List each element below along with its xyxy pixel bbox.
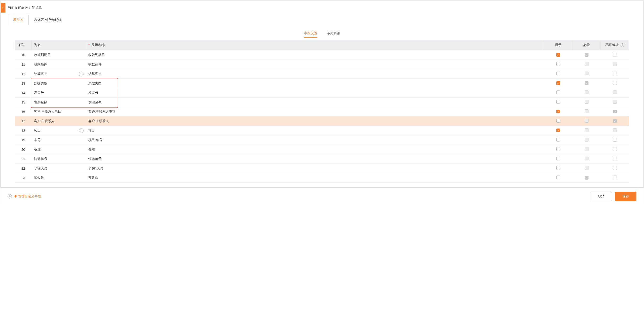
- table-row: 20备注备注: [15, 145, 629, 154]
- manage-custom-fields-link[interactable]: 管理自定义字段: [14, 194, 41, 198]
- row-display-name[interactable]: 项目.车号: [86, 135, 544, 145]
- row-index: 13: [15, 79, 32, 88]
- checkbox-show[interactable]: [556, 138, 560, 142]
- fields-table: 序号 列名 * 显示名称 显示 必录 不可编辑 ?: [15, 40, 629, 183]
- checkbox-locked[interactable]: [613, 138, 617, 142]
- checkbox-required: [585, 100, 588, 104]
- area-tab-1[interactable]: 表体区-销货单明细: [28, 15, 67, 25]
- row-display-name[interactable]: 收款到期日: [86, 50, 544, 60]
- checkbox-show[interactable]: [556, 90, 560, 94]
- checkbox-locked[interactable]: [613, 53, 617, 56]
- cell-required: [572, 173, 601, 183]
- sub-tabs: 字段设置布局调整: [8, 25, 636, 40]
- help-icon[interactable]: ?: [620, 44, 624, 47]
- checkbox-show[interactable]: [556, 62, 560, 66]
- row-display-name[interactable]: 步骤1人员: [86, 164, 544, 173]
- row-display-name[interactable]: 备注: [86, 145, 544, 154]
- table-row: 18项目+项目: [15, 126, 629, 135]
- table-row: 13票据类型票据类型: [15, 79, 629, 88]
- row-display-name[interactable]: 客户.主联系人电话: [86, 107, 544, 116]
- checkbox-show[interactable]: [556, 147, 560, 151]
- checkbox-show[interactable]: [556, 100, 560, 104]
- th-display-name-label: 显示名称: [92, 43, 105, 47]
- checkbox-show[interactable]: [556, 176, 560, 179]
- checkbox-show[interactable]: [556, 166, 560, 170]
- checkbox-show[interactable]: [556, 119, 560, 122]
- table-wrapper: 序号 列名 * 显示名称 显示 必录 不可编辑 ?: [15, 40, 629, 183]
- row-display-name[interactable]: 发票号: [86, 88, 544, 98]
- checkbox-required: [585, 176, 588, 180]
- row-index: 20: [15, 145, 32, 154]
- checkbox-required: [585, 138, 588, 142]
- cell-required: [572, 154, 601, 164]
- cell-show: [544, 60, 572, 69]
- cell-required: [572, 50, 601, 60]
- row-col-name: 收款到期日: [32, 50, 86, 60]
- area-tab-0[interactable]: 表头区: [8, 15, 28, 25]
- table-row: 15发票金额发票金额: [15, 98, 629, 107]
- cell-show: [544, 154, 572, 164]
- footer: ? 管理自定义字段 取消 保存: [0, 188, 644, 204]
- cell-required: [572, 60, 601, 69]
- table-row: 19车号项目.车号: [15, 135, 629, 145]
- check-icon: [614, 120, 616, 122]
- row-col-name: 收款条件: [32, 60, 86, 69]
- checkbox-show[interactable]: [556, 72, 560, 75]
- cancel-button[interactable]: 取消: [590, 192, 612, 201]
- checkbox-show[interactable]: [556, 53, 560, 57]
- checkbox-locked[interactable]: [613, 72, 617, 75]
- row-display-name[interactable]: 预收款: [86, 173, 544, 183]
- help-icon[interactable]: ?: [8, 194, 12, 198]
- sub-tab-0[interactable]: 字段设置: [304, 30, 317, 38]
- checkbox-locked[interactable]: [613, 166, 617, 170]
- row-display-name[interactable]: 项目: [86, 126, 544, 135]
- sub-tab-1[interactable]: 布局调整: [327, 30, 340, 38]
- table-row: 22步骤人员步骤1人员: [15, 164, 629, 173]
- checkbox-show[interactable]: [556, 81, 560, 85]
- row-display-name[interactable]: 客户.主联系人: [86, 116, 544, 126]
- cell-show: [544, 88, 572, 98]
- table-row: 21快递单号快递单号: [15, 154, 629, 164]
- row-display-name[interactable]: 发票金额: [86, 98, 544, 107]
- cell-locked: [601, 135, 629, 145]
- checkbox-locked[interactable]: [613, 176, 617, 179]
- checkbox-show[interactable]: [556, 110, 560, 114]
- row-col-name: 客户.主联系人电话: [32, 107, 86, 116]
- cell-locked: [601, 173, 629, 183]
- row-col-name: 结算客户+: [32, 69, 86, 79]
- checkbox-locked[interactable]: [613, 157, 617, 160]
- row-display-name[interactable]: 收款条件: [86, 60, 544, 69]
- header-bar: 当前设置单据： 销货单: [1, 1, 643, 15]
- row-index: 15: [15, 98, 32, 107]
- cell-locked: [601, 126, 629, 135]
- row-col-name: 项目+: [32, 126, 86, 135]
- expand-plus-button[interactable]: +: [79, 128, 84, 133]
- row-index: 23: [15, 173, 32, 183]
- chevron-right-icon: [2, 6, 4, 9]
- row-col-name: 预收款: [32, 173, 86, 183]
- checkbox-show[interactable]: [556, 157, 560, 160]
- checkbox-show[interactable]: [556, 128, 560, 132]
- gear-icon: [14, 195, 17, 198]
- row-display-name[interactable]: 结算客户: [86, 69, 544, 79]
- row-index: 21: [15, 154, 32, 164]
- cell-locked: [601, 98, 629, 107]
- save-button[interactable]: 保存: [615, 192, 636, 201]
- check-icon: [585, 176, 588, 179]
- footer-right: 取消 保存: [590, 192, 636, 201]
- row-display-name[interactable]: 快递单号: [86, 154, 544, 164]
- row-display-name[interactable]: 票据类型: [86, 79, 544, 88]
- cell-locked: [601, 50, 629, 60]
- cell-required: [572, 126, 601, 135]
- checkbox-required: [585, 110, 588, 113]
- checkbox-locked[interactable]: [613, 147, 617, 151]
- cell-show: [544, 50, 572, 60]
- row-index: 16: [15, 107, 32, 116]
- expand-plus-button[interactable]: +: [79, 72, 84, 76]
- checkbox-locked: [613, 90, 617, 94]
- th-locked: 不可编辑 ?: [601, 40, 629, 50]
- row-col-name: 客户.主联系人: [32, 116, 86, 126]
- checkbox-locked[interactable]: [613, 81, 617, 85]
- checkbox-required: [585, 128, 588, 132]
- collapse-handle[interactable]: [1, 3, 6, 12]
